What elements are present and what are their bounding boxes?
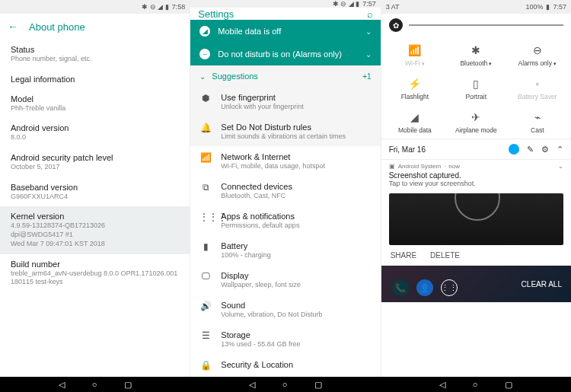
list-item[interactable]: Legal information	[0, 69, 190, 89]
battery-pct: 100%	[525, 3, 543, 11]
status-icons: ✱ ⊖ ◢ ▮	[142, 3, 169, 11]
clear-all-button[interactable]: CLEAR ALL	[522, 280, 562, 288]
settings-item[interactable]: 🔊SoundVolume, vibration, Do Not Disturb	[190, 295, 380, 324]
item-sub: Volume, vibration, Do Not Disturb	[221, 311, 322, 318]
tile-icon: ⊖	[533, 44, 542, 56]
nav-back-icon[interactable]: ◁	[439, 380, 445, 390]
tile-label: Flashlight	[401, 93, 429, 100]
list-item[interactable]: Android security patch levelOctober 5, 2…	[0, 148, 190, 177]
status-time: 7:57	[553, 3, 566, 11]
settings-item[interactable]: ▮Battery100% - charging	[190, 235, 380, 265]
qs-tile[interactable]: ▯Portrait	[445, 78, 506, 100]
item-title: Kernel version	[11, 212, 179, 221]
list-item[interactable]: Build numbertreble_arm64_avN-userdebug 8…	[0, 254, 190, 292]
settings-item[interactable]: ☰Storage13% used - 55.84 GB free	[190, 324, 380, 354]
notification-card[interactable]: ▣ Android System · now ⌄ Screenshot capt…	[381, 159, 571, 190]
settings-item[interactable]: ⋮⋮⋮Apps & notificationsPermissions, defa…	[190, 206, 380, 235]
item-title: Use fingerprint	[221, 93, 304, 102]
action-button[interactable]: DELETE	[430, 251, 460, 260]
tile-icon: ✱	[471, 44, 480, 56]
apps-icon[interactable]: ⋮⋮	[441, 279, 458, 296]
nav-home-icon[interactable]: ○	[92, 380, 97, 390]
list-item[interactable]: StatusPhone number, signal, etc.	[0, 40, 190, 69]
qs-tile[interactable]: ◢Mobile data	[384, 111, 445, 134]
tile-icon: ⌁	[534, 111, 541, 123]
suggestion-item[interactable]: 🔔Set Do Not Disturb rulesLimit sounds & …	[190, 116, 380, 146]
item-title: Build number	[11, 260, 179, 269]
item-title: Sound	[221, 301, 322, 310]
status-time: 7:58	[172, 3, 186, 11]
android-icon: ▣	[389, 163, 395, 170]
screenshot-thumbnail[interactable]	[389, 193, 563, 245]
qs-tile[interactable]: 📶Wi-Fi	[384, 44, 445, 67]
settings-icon: ▮	[199, 241, 212, 252]
list-item[interactable]: Baseband versionG960FXXU1ARC4	[0, 177, 190, 207]
info-banner[interactable]: ◢Mobile data is off⌄	[190, 20, 380, 43]
back-icon[interactable]: ←	[8, 21, 18, 33]
settings-item[interactable]: 🖵DisplayWallpaper, sleep, font size	[190, 265, 380, 295]
qs-tile[interactable]: ▪Battery Saver	[507, 78, 568, 100]
nav-recent-icon[interactable]: ▢	[505, 380, 512, 390]
settings-icon: ☰	[199, 330, 212, 341]
item-sub: 13% used - 55.84 GB free	[221, 340, 300, 348]
qs-tile[interactable]: ⚡Flashlight	[384, 78, 445, 100]
nav-home-icon[interactable]: ○	[473, 380, 478, 390]
tile-label: Mobile data	[398, 126, 432, 134]
status-time: 7:57	[362, 0, 376, 8]
qs-tile[interactable]: ⌁Cast	[507, 111, 568, 134]
contacts-icon[interactable]: 👤	[416, 279, 433, 296]
chevron-down-icon[interactable]: ⌄	[558, 163, 563, 170]
suggestions-header[interactable]: ⌄ Suggestions +1	[190, 65, 380, 87]
nav-home-icon[interactable]: ○	[282, 380, 288, 390]
notif-title: Screenshot captured.	[389, 171, 563, 180]
tile-label: Bluetooth	[460, 59, 492, 67]
carrier-label: 3 AT	[386, 3, 400, 11]
item-sub: Unlock with your fingerprint	[221, 103, 304, 110]
item-sub: 100% - charging	[221, 251, 271, 259]
status-icons: ✱ ⊖ ◢ ▮	[333, 0, 360, 8]
info-banner[interactable]: –Do not disturb is on (Alarms only)⌄	[190, 43, 380, 65]
settings-icon: ⋮⋮⋮	[199, 212, 212, 222]
tile-icon: ✈	[471, 111, 480, 123]
item-sub: Bluetooth, Cast, NFC	[221, 192, 292, 199]
nav-back-icon[interactable]: ◁	[249, 380, 255, 390]
list-item[interactable]: Kernel version4.9.59-13128374-QB17213026…	[0, 206, 190, 253]
nav-back-icon[interactable]: ◁	[59, 380, 65, 390]
item-title: Status	[11, 45, 179, 54]
chevron-down-icon: ⌄	[365, 50, 372, 59]
settings-icon: 📶	[199, 152, 212, 163]
page-title: About phone	[29, 21, 85, 33]
settings-item[interactable]: ⧉Connected devicesBluetooth, Cast, NFC	[190, 176, 380, 206]
search-icon[interactable]: ⌕	[367, 8, 373, 20]
user-icon[interactable]	[509, 144, 519, 155]
qs-tile[interactable]: ✈Airplane mode	[445, 111, 506, 134]
item-title: Storage	[221, 330, 300, 339]
tile-icon: ◢	[410, 111, 419, 123]
qs-tile[interactable]: ⊖Alarms only	[507, 44, 568, 67]
item-sub: Phone number, signal, etc.	[11, 55, 179, 64]
qs-tile[interactable]: ✱Bluetooth	[445, 44, 506, 67]
nav-recent-icon[interactable]: ▢	[314, 380, 322, 390]
settings-item[interactable]: 📶Network & InternetWi-Fi, mobile, data u…	[190, 146, 380, 176]
banner-icon: –	[199, 49, 210, 59]
page-title: Settings	[198, 8, 234, 20]
settings-icon[interactable]: ⚙	[541, 145, 549, 155]
nav-recent-icon[interactable]: ▢	[124, 380, 132, 390]
item-title: Model	[11, 94, 179, 104]
phone-icon[interactable]: 📞	[392, 279, 409, 296]
settings-item[interactable]: 🔒Security & Location	[190, 354, 380, 377]
item-title: Android version	[11, 123, 179, 132]
action-button[interactable]: SHARE	[391, 251, 416, 260]
edit-icon[interactable]: ✎	[527, 145, 534, 155]
list-item[interactable]: Android version8.0.0	[0, 118, 190, 148]
item-sub: 8.0.0	[11, 133, 179, 142]
item-title: Battery	[221, 241, 271, 250]
item-sub: Wi-Fi, mobile, data usage, hotspot	[221, 162, 325, 170]
chevron-down-icon: ⌄	[365, 27, 372, 36]
suggestion-item[interactable]: ⬢Use fingerprintUnlock with your fingerp…	[190, 87, 380, 116]
gear-icon[interactable]: ✿	[389, 18, 403, 32]
chevron-up-icon[interactable]: ⌃	[557, 145, 563, 155]
item-sub: Phh-Treble vanilla	[11, 104, 179, 113]
brightness-slider[interactable]	[409, 24, 563, 26]
list-item[interactable]: ModelPhh-Treble vanilla	[0, 89, 190, 119]
